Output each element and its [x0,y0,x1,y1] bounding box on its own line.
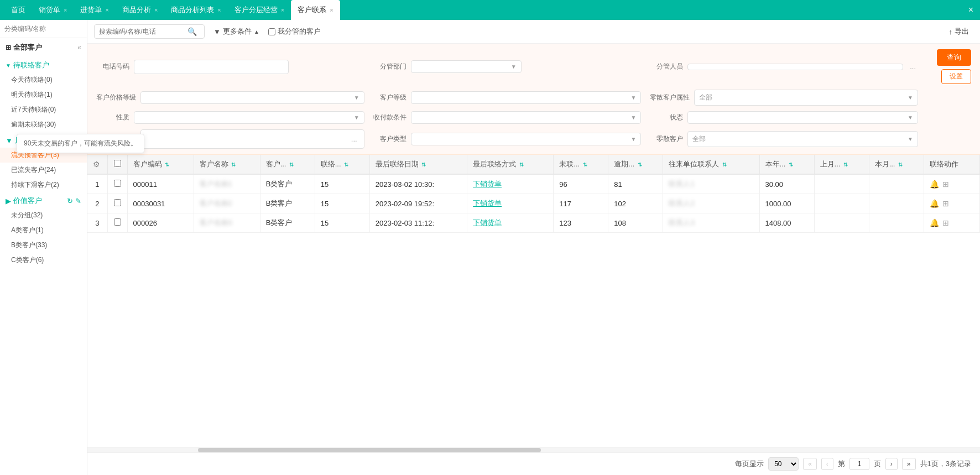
th-last-month[interactable]: 上月... ⇅ [814,155,869,174]
last-type-link-2[interactable]: 下销货单 [473,218,502,227]
tab-product-list-close[interactable]: × [217,7,221,13]
region-select[interactable]: ... [140,129,364,149]
tab-sales-close[interactable]: × [64,7,67,13]
scrollbar-thumb[interactable] [198,448,541,452]
tab-home-label: 首页 [11,5,25,15]
payment-select[interactable]: ▼ [411,111,642,124]
my-customers-checkbox[interactable] [268,28,275,35]
tab-sales[interactable]: 销货单 × [32,0,74,20]
sidebar-group-value[interactable]: ▶ 价值客户 ↻ ✎ [0,192,87,208]
filter-row-4: 区域（地区） ... 客户类型 ▼ 零散客户 全部 [96,129,971,149]
sidebar-item-a-class[interactable]: A类客户(1) [0,223,87,238]
row-checkbox-2[interactable] [114,218,121,226]
tab-customer-tier[interactable]: 客户分层经营 × [228,0,291,20]
select-all-checkbox[interactable] [114,160,121,167]
topbar-close-icon[interactable]: × [966,3,976,17]
filter-payment: 收付款条件 ▼ [373,111,642,124]
th-unit-contact[interactable]: 往来单位联系人 ⇅ [663,155,759,174]
tab-product-list[interactable]: 商品分析列表 × [164,0,227,20]
tab-customer-contact[interactable]: 客户联系 × [291,0,340,20]
per-page-select[interactable]: 50 20 100 [768,457,799,471]
action-bell-icon-2[interactable]: 🔔 [930,218,939,227]
th-this-month[interactable]: 本月... ⇅ [869,155,924,174]
my-customers-check[interactable]: 我分管的客户 [268,27,321,36]
sidebar-collapse-icon[interactable]: « [77,44,81,51]
th-uncontacted[interactable]: 未联... ⇅ [554,155,608,174]
sidebar-item-overdue[interactable]: 逾期未联络(30) [0,117,87,132]
action-grid-icon-1[interactable]: ⊞ [942,199,949,208]
th-name[interactable]: 客户名称 ⇅ [194,155,260,174]
last-type-link-1[interactable]: 下销货单 [473,199,502,207]
main-search-input[interactable] [99,28,187,35]
last-type-link-0[interactable]: 下销货单 [473,180,502,188]
tab-purchase[interactable]: 进货单 × [74,0,115,20]
action-grid-icon-2[interactable]: ⊞ [942,218,949,227]
price-level-arrow: ▼ [354,95,359,101]
prev-page-btn[interactable]: ‹ [821,458,833,470]
sidebar-item-tomorrow[interactable]: 明天待联络(1) [0,87,87,102]
first-page-btn[interactable]: « [803,458,817,470]
price-level-select[interactable]: ▼ [140,91,364,104]
tab-product-analysis-close[interactable]: × [154,7,158,13]
sidebar-group-pending[interactable]: ▼ 待联络客户 [0,57,87,72]
more-conditions-btn[interactable]: ▼ 更多条件 ▲ [209,24,264,39]
tab-product-analysis[interactable]: 商品分析 × [116,0,164,20]
column-settings-icon[interactable]: ⚙ [93,160,100,169]
sidebar-item-week[interactable]: 近7天待联络(0) [0,102,87,117]
th-last-date[interactable]: 最后联络日期 ⇅ [369,155,467,174]
tab-purchase-close[interactable]: × [105,7,108,13]
sidebar-item-b-class[interactable]: B类客户(33) [0,238,87,253]
filter-search-icon[interactable]: 🔍 [187,27,197,36]
sort-icon-type: ⇅ [289,161,294,168]
sidebar-item-ungrouped[interactable]: 未分组(32) [0,208,87,223]
person-more-dots[interactable]: ... [908,60,918,73]
retail-select[interactable]: 全部 ▼ [687,131,918,147]
query-btn[interactable]: 查询 [937,49,971,66]
sidebar-search-input[interactable] [4,25,87,33]
horizontal-scrollbar[interactable] [87,447,980,452]
th-type[interactable]: 客户... ⇅ [260,155,315,174]
sidebar-item-today[interactable]: 今天待联络(0) [0,72,87,87]
edit-icon[interactable]: ✎ [75,197,81,205]
row-checkbox-1[interactable] [114,199,121,206]
nature-select[interactable]: ▼ [134,111,364,124]
th-code[interactable]: 客户编码 ⇅ [127,155,194,174]
tab-home[interactable]: 首页 [4,0,32,20]
tab-customer-tier-close[interactable]: × [281,7,284,13]
region-more-dots[interactable]: ... [349,133,359,145]
sidebar-item-churned[interactable]: 已流失客户(24) [0,163,87,178]
th-contact[interactable]: 联络... ⇅ [315,155,369,174]
th-this-year[interactable]: 本年... ⇅ [759,155,814,174]
customer-level-select[interactable]: ▼ [411,91,642,104]
action-grid-icon-0[interactable]: ⊞ [942,180,949,189]
sort-icon-overdue: ⇅ [638,161,642,168]
action-bell-icon-0[interactable]: 🔔 [930,180,939,189]
retail-attr-select[interactable]: 全部 ▼ [694,90,918,106]
refresh-icon[interactable]: ↻ [67,197,73,205]
customer-type-select[interactable]: ▼ [411,133,642,145]
row-checkbox-0[interactable] [114,180,121,187]
person-select[interactable] [687,64,903,70]
page-number-input[interactable] [849,458,869,470]
next-page-btn[interactable]: › [885,458,898,470]
status-select[interactable]: ▼ [687,111,918,124]
filter-row-1: 电话号码 分管部门 ▼ 分管人员 ... [96,49,971,84]
sidebar-item-declining[interactable]: 持续下滑客户(2) [0,178,87,192]
last-page-btn[interactable]: » [902,458,916,470]
action-bell-icon-1[interactable]: 🔔 [930,199,939,208]
chevron-up-icon: ▲ [254,29,259,35]
dept-select[interactable]: ▼ [411,60,522,73]
th-last-type[interactable]: 最后联络方式 ⇅ [467,155,554,174]
sort-icon-unit-contact: ⇅ [722,161,727,168]
cell-name-1: 客户名称2 [194,194,260,213]
export-btn[interactable]: ↑ 导出 [945,24,974,39]
sidebar-all-customers[interactable]: ⊞ 全部客户 « [0,38,87,57]
tab-customer-contact-label: 客户联系 [298,5,326,15]
tab-customer-contact-close[interactable]: × [330,7,333,13]
arrow-down-icon: ▼ [6,62,11,69]
th-overdue[interactable]: 逾期... ⇅ [608,155,663,174]
settings-btn[interactable]: 设置 [941,69,971,84]
phone-input[interactable] [134,60,289,74]
sidebar-item-c-class[interactable]: C类客户(6) [0,253,87,268]
cell-index-0: 1 [87,174,107,194]
